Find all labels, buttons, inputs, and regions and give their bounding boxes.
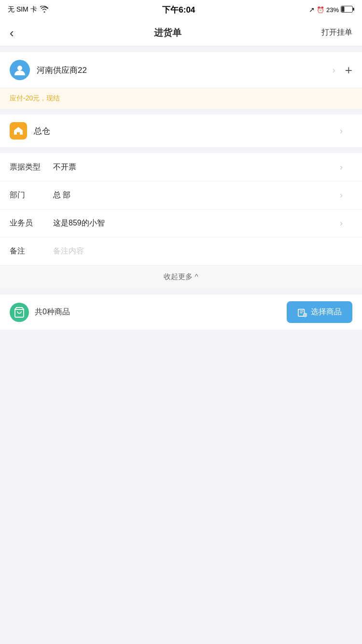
wifi-icon bbox=[40, 6, 49, 14]
status-bar-right: ↗ ⏰ 23% bbox=[309, 6, 354, 14]
warehouse-name: 总仓 bbox=[34, 126, 340, 137]
collapse-row[interactable]: 收起更多 ^ bbox=[0, 265, 362, 288]
salesperson-value: 这是859的小智 bbox=[53, 218, 340, 228]
battery-label: 23% bbox=[326, 6, 339, 14]
warehouse-section: 总仓 › bbox=[0, 114, 362, 147]
product-count-label: 共0种商品 bbox=[35, 307, 287, 317]
warehouse-row[interactable]: 总仓 › bbox=[0, 114, 362, 147]
notice-text: 应付-20元，现结 bbox=[10, 94, 60, 102]
status-bar-left: 无 SIM 卡 bbox=[8, 5, 49, 14]
supplier-name: 河南供应商22 bbox=[37, 65, 333, 76]
remark-placeholder: 备注内容 bbox=[53, 246, 352, 256]
svg-rect-1 bbox=[341, 6, 344, 12]
salesperson-label: 业务员 bbox=[10, 218, 53, 228]
page-title: 进货单 bbox=[154, 27, 181, 39]
department-chevron-icon: › bbox=[340, 190, 343, 200]
svg-point-3 bbox=[17, 66, 22, 70]
location-icon: ↗ bbox=[309, 6, 315, 14]
status-bar-time: 下午6:04 bbox=[162, 4, 195, 15]
notice-bar: 应付-20元，现结 bbox=[0, 88, 362, 109]
warehouse-icon bbox=[10, 122, 27, 140]
form-row-invoice-type[interactable]: 票据类型 不开票 › bbox=[0, 153, 362, 181]
form-row-department[interactable]: 部门 总 部 › bbox=[0, 181, 362, 209]
carrier-label: 无 SIM 卡 bbox=[8, 5, 37, 14]
supplier-avatar bbox=[10, 60, 30, 80]
supplier-section: 河南供应商22 › + 应付-20元，现结 bbox=[0, 52, 362, 109]
bottom-bar: 共0种商品 选择商品 bbox=[0, 294, 362, 330]
salesperson-chevron-icon: › bbox=[340, 218, 343, 228]
form-section: 票据类型 不开票 › 部门 总 部 › 业务员 这是859的小智 › 备注 备注… bbox=[0, 153, 362, 288]
nav-bar: ‹ 进货单 打开挂单 bbox=[0, 19, 362, 46]
select-product-button[interactable]: 选择商品 bbox=[287, 301, 352, 323]
status-bar: 无 SIM 卡 下午6:04 ↗ ⏰ 23% bbox=[0, 0, 362, 19]
section-gap-2 bbox=[0, 109, 362, 114]
open-pending-button[interactable]: 打开挂单 bbox=[321, 28, 352, 38]
select-product-label: 选择商品 bbox=[311, 307, 342, 317]
form-row-remark[interactable]: 备注 备注内容 bbox=[0, 237, 362, 265]
warehouse-chevron-icon: › bbox=[340, 126, 343, 136]
supplier-row[interactable]: 河南供应商22 › + bbox=[0, 52, 362, 88]
invoice-type-value: 不开票 bbox=[53, 162, 340, 172]
back-button[interactable]: ‹ bbox=[10, 27, 14, 39]
battery-icon bbox=[341, 6, 354, 14]
supplier-chevron-icon: › bbox=[333, 65, 335, 75]
department-label: 部门 bbox=[10, 190, 53, 200]
department-value: 总 部 bbox=[53, 190, 340, 200]
product-icon bbox=[10, 303, 29, 322]
collapse-label[interactable]: 收起更多 ^ bbox=[164, 272, 198, 280]
invoice-type-chevron-icon: › bbox=[340, 162, 343, 172]
form-row-salesperson[interactable]: 业务员 这是859的小智 › bbox=[0, 209, 362, 237]
add-supplier-button[interactable]: + bbox=[345, 63, 352, 78]
svg-rect-2 bbox=[353, 8, 354, 11]
invoice-type-label: 票据类型 bbox=[10, 162, 53, 172]
remark-label: 备注 bbox=[10, 246, 53, 256]
section-gap-3 bbox=[0, 147, 362, 153]
alarm-icon: ⏰ bbox=[317, 6, 324, 14]
section-gap-1 bbox=[0, 46, 362, 52]
